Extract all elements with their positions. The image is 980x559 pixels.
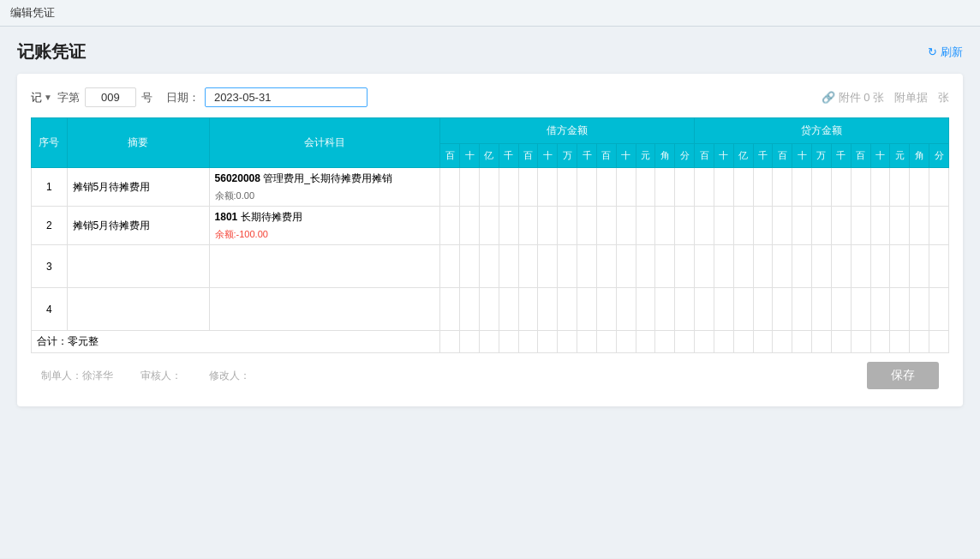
row4-c4[interactable] [753,288,773,331]
row2-c2[interactable] [714,207,733,245]
row2-c13[interactable] [929,207,949,245]
table-row[interactable]: 3 [32,245,949,288]
attach-single[interactable]: 附单据 [894,90,928,105]
row4-c11[interactable] [890,288,910,331]
row4-c5[interactable] [773,288,792,331]
row1-c3[interactable] [733,168,753,207]
row1-d12[interactable] [655,168,675,207]
refresh-button[interactable]: ↻ 刷新 [928,45,963,60]
row4-c12[interactable] [910,288,929,331]
row1-d8[interactable] [577,168,597,207]
row3-d9[interactable] [596,245,616,288]
row3-d4[interactable] [499,245,518,288]
row4-d11[interactable] [636,288,655,331]
row3-c10[interactable] [870,245,890,288]
row2-c10[interactable] [870,207,890,245]
row2-d13[interactable] [675,207,695,245]
row3-d11[interactable] [636,245,655,288]
attach-link[interactable]: 🔗 附件 0 张 [822,90,884,105]
row4-d9[interactable] [596,288,616,331]
row2-d12[interactable] [655,207,675,245]
row3-c1[interactable] [695,245,714,288]
row4-c7[interactable] [812,288,832,331]
row1-c5[interactable] [773,168,792,207]
row3-d5[interactable] [518,245,538,288]
row1-d3[interactable] [480,168,499,207]
row1-account[interactable]: 56020008 管理费用_长期待摊费用摊销 余额:0.00 [209,168,440,207]
row1-d11[interactable] [636,168,655,207]
row4-c2[interactable] [714,288,733,331]
row2-summary[interactable]: 摊销5月待摊费用 [67,207,209,245]
row1-d5[interactable] [518,168,538,207]
row4-c10[interactable] [870,288,890,331]
row4-d10[interactable] [616,288,636,331]
row3-c13[interactable] [929,245,949,288]
row3-summary[interactable] [67,245,209,288]
row1-d4[interactable] [499,168,518,207]
row1-summary[interactable]: 摊销5月待摊费用 [67,168,209,207]
row1-c11[interactable] [890,168,910,207]
row4-d12[interactable] [655,288,675,331]
row3-c7[interactable] [812,245,832,288]
row3-d13[interactable] [675,245,695,288]
row2-d7[interactable] [558,207,577,245]
row4-c8[interactable] [831,288,851,331]
row4-c13[interactable] [929,288,949,331]
row1-c2[interactable] [714,168,733,207]
row1-c1[interactable] [695,168,714,207]
row3-d12[interactable] [655,245,675,288]
date-input[interactable] [205,87,368,107]
row3-c8[interactable] [831,245,851,288]
row2-c9[interactable] [851,207,870,245]
row3-d8[interactable] [577,245,597,288]
row2-d8[interactable] [577,207,597,245]
row4-c9[interactable] [851,288,870,331]
row2-d9[interactable] [596,207,616,245]
row1-d6[interactable] [538,168,558,207]
row4-d8[interactable] [577,288,597,331]
row1-c6[interactable] [792,168,812,207]
table-row[interactable]: 1 摊销5月待摊费用 56020008 管理费用_长期待摊费用摊销 余额:0.0… [32,168,949,207]
row4-d3[interactable] [480,288,499,331]
row4-c1[interactable] [695,288,714,331]
row4-c6[interactable] [792,288,812,331]
row2-d2[interactable] [460,207,480,245]
table-row[interactable]: 2 摊销5月待摊费用 1801 长期待摊费用 余额:-100.00 [32,207,949,245]
table-row[interactable]: 4 [32,288,949,331]
row3-c11[interactable] [890,245,910,288]
row3-d7[interactable] [558,245,577,288]
row1-d2[interactable] [460,168,480,207]
row2-c12[interactable] [910,207,929,245]
row2-d4[interactable] [499,207,518,245]
row4-d1[interactable] [440,288,460,331]
row1-d7[interactable] [558,168,577,207]
row2-d5[interactable] [518,207,538,245]
row1-d10[interactable] [616,168,636,207]
row1-d13[interactable] [675,168,695,207]
row4-account[interactable] [209,288,440,331]
row3-c6[interactable] [792,245,812,288]
row3-d3[interactable] [480,245,499,288]
row2-d3[interactable] [480,207,499,245]
row2-d1[interactable] [440,207,460,245]
row4-summary[interactable] [67,288,209,331]
row1-c7[interactable] [812,168,832,207]
row2-d11[interactable] [636,207,655,245]
row2-d10[interactable] [616,207,636,245]
voucher-number-input[interactable] [85,87,136,107]
row1-d1[interactable] [440,168,460,207]
row3-c5[interactable] [773,245,792,288]
row4-c3[interactable] [733,288,753,331]
row4-d6[interactable] [538,288,558,331]
row3-c2[interactable] [714,245,733,288]
row3-d10[interactable] [616,245,636,288]
row2-c5[interactable] [773,207,792,245]
row2-c3[interactable] [733,207,753,245]
row3-c12[interactable] [910,245,929,288]
row1-c8[interactable] [831,168,851,207]
row1-d9[interactable] [596,168,616,207]
row2-c8[interactable] [831,207,851,245]
row4-d2[interactable] [460,288,480,331]
row2-account[interactable]: 1801 长期待摊费用 余额:-100.00 [209,207,440,245]
row2-c4[interactable] [753,207,773,245]
